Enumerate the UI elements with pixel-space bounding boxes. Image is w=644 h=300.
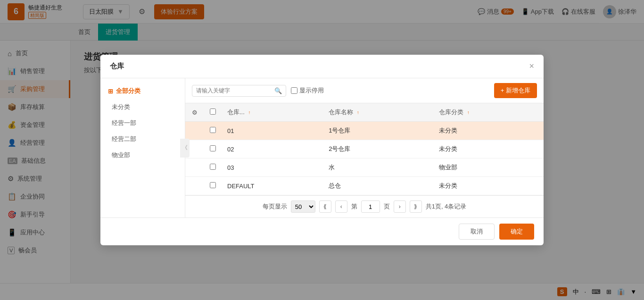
table-toolbar: 🔍 显示停用 + 新增仓库 — [185, 78, 544, 103]
row-checkbox-cell — [204, 158, 222, 177]
warehouse-modal: 仓库 × ⊞ 全部分类 未分类 经营一部 经营二部 物业部 《 — [100, 55, 544, 245]
col-code[interactable]: 仓库... ↑ — [222, 103, 323, 122]
modal-title: 仓库 — [110, 62, 124, 71]
sort-icon-name: ↑ — [357, 110, 359, 115]
search-box: 🔍 — [192, 85, 286, 97]
category-item-ops2[interactable]: 经营二部 — [100, 131, 185, 147]
row-checkbox-cell — [204, 140, 222, 158]
row-category: 未分类 — [433, 177, 544, 195]
prev-page-button[interactable]: ‹ — [335, 200, 347, 213]
table-panel: 🔍 显示停用 + 新增仓库 ⚙ — [185, 78, 544, 217]
sort-icon-cat: ↑ — [467, 110, 470, 115]
page-input[interactable] — [361, 200, 380, 213]
col-settings: ⚙ — [185, 103, 204, 122]
modal-header: 仓库 × — [100, 55, 544, 78]
col-category[interactable]: 仓库分类 ↑ — [433, 103, 544, 122]
data-table: ⚙ 仓库... ↑ 仓库名称 ↑ 仓库分类 ↑ 01 — [185, 103, 544, 195]
total-record-label: 共1页, 4条记录 — [426, 202, 467, 211]
row-category: 未分类 — [433, 122, 544, 140]
row-no: 02 — [222, 140, 323, 158]
category-header[interactable]: ⊞ 全部分类 — [100, 83, 185, 99]
modal-overlay: 仓库 × ⊞ 全部分类 未分类 经营一部 经营二部 物业部 《 — [0, 0, 644, 300]
last-page-button[interactable]: ⟫ — [410, 200, 422, 213]
close-button[interactable]: × — [529, 61, 534, 71]
row-name: 总仓 — [323, 177, 433, 195]
grid-icon: ⊞ — [108, 88, 113, 95]
row-actions — [185, 122, 204, 140]
row-actions — [185, 177, 204, 195]
cancel-button[interactable]: 取消 — [459, 224, 495, 240]
category-panel: ⊞ 全部分类 未分类 经营一部 经营二部 物业部 《 — [100, 78, 185, 217]
row-checkbox[interactable] — [210, 164, 216, 170]
category-item-ops1[interactable]: 经营一部 — [100, 115, 185, 131]
confirm-button[interactable]: 确定 — [499, 224, 534, 240]
add-warehouse-button[interactable]: + 新增仓库 — [494, 83, 537, 98]
collapse-panel-button[interactable]: 《 — [180, 139, 190, 158]
first-page-button[interactable]: ⟪ — [319, 200, 331, 213]
show-disabled-checkbox[interactable] — [291, 87, 297, 94]
category-item-uncategorized[interactable]: 未分类 — [100, 99, 185, 115]
row-no: 01 — [222, 122, 323, 140]
col-name[interactable]: 仓库名称 ↑ — [323, 103, 433, 122]
row-actions — [185, 158, 204, 177]
next-page-button[interactable]: › — [394, 200, 406, 213]
row-category: 未分类 — [433, 140, 544, 158]
row-checkbox[interactable] — [210, 127, 216, 133]
row-checkbox[interactable] — [210, 182, 216, 188]
row-checkbox-cell — [204, 177, 222, 195]
row-checkbox-cell — [204, 122, 222, 140]
sort-icon: ↑ — [248, 110, 250, 115]
table-header-row: ⚙ 仓库... ↑ 仓库名称 ↑ 仓库分类 ↑ — [185, 103, 544, 122]
show-disabled-checkbox-group: 显示停用 — [291, 86, 324, 95]
row-no: DEFAULT — [222, 177, 323, 195]
col-checkbox — [204, 103, 222, 122]
category-item-property[interactable]: 物业部 — [100, 147, 185, 163]
modal-footer: 取消 确定 — [100, 217, 544, 245]
select-all-checkbox[interactable] — [210, 108, 216, 115]
search-icon[interactable]: 🔍 — [274, 87, 282, 94]
search-input[interactable] — [196, 87, 274, 94]
row-checkbox[interactable] — [210, 145, 216, 151]
pagination: 每页显示 50 100 200 ⟪ ‹ 第 页 › ⟫ 共1页, 4条记录 — [185, 195, 544, 217]
row-category: 物业部 — [433, 158, 544, 177]
row-name: 水 — [323, 158, 433, 177]
per-page-select[interactable]: 50 100 200 — [291, 200, 315, 213]
table-row[interactable]: 02 2号仓库 未分类 — [185, 140, 544, 158]
row-no: 03 — [222, 158, 323, 177]
table-row[interactable]: 01 1号仓库 未分类 — [185, 122, 544, 140]
row-name: 1号仓库 — [323, 122, 433, 140]
table-row[interactable]: DEFAULT 总仓 未分类 — [185, 177, 544, 195]
modal-body: ⊞ 全部分类 未分类 经营一部 经营二部 物业部 《 🔍 — [100, 78, 544, 217]
table-row[interactable]: 03 水 物业部 — [185, 158, 544, 177]
row-name: 2号仓库 — [323, 140, 433, 158]
